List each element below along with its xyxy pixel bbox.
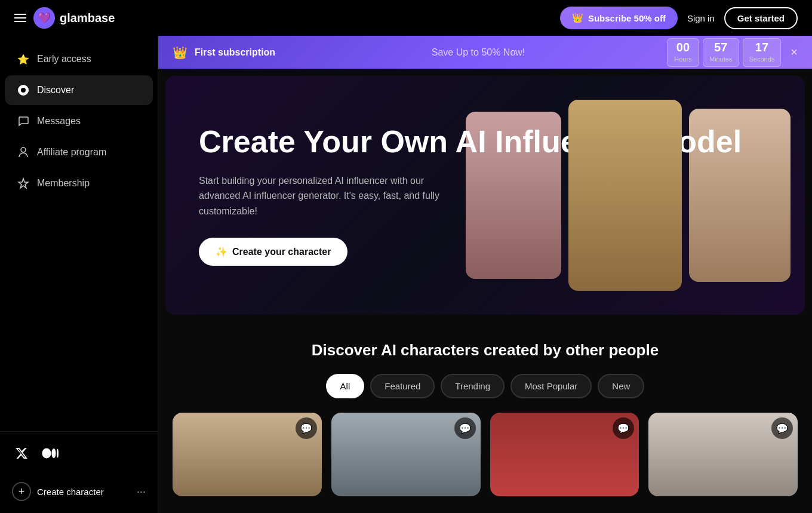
sidebar-item-early-access-label: Early access <box>37 54 91 64</box>
logo-text: glambase <box>60 11 115 25</box>
create-character-button[interactable]: ✨ Create your character <box>199 238 347 266</box>
filter-tab-trending[interactable]: Trending <box>441 374 505 398</box>
hero-image-2 <box>568 100 682 291</box>
sidebar-item-affiliate[interactable]: Affiliate program <box>5 137 153 167</box>
discover-section: Discover AI characters created by other … <box>158 322 812 506</box>
svg-point-4 <box>52 449 56 458</box>
twitter-icon[interactable] <box>12 444 31 463</box>
messages-icon <box>17 115 30 128</box>
topnav: 💜 glambase 👑 Subscribe 50% off Sign in G… <box>0 0 812 36</box>
promo-banner: 👑 First subscription Save Up to 50% Now!… <box>158 36 812 69</box>
sidebar-item-messages[interactable]: Messages <box>5 106 153 136</box>
sign-in-button[interactable]: Sign in <box>687 13 715 23</box>
svg-point-3 <box>42 449 51 459</box>
hero-subtitle: Start building your personalized AI infl… <box>199 173 450 219</box>
banner-close-button[interactable]: × <box>791 45 798 59</box>
sidebar-item-discover-label: Discover <box>37 85 74 96</box>
subscribe-button[interactable]: 👑 Subscribe 50% off <box>560 7 678 29</box>
create-character-bar: + Create character ··· <box>12 477 146 506</box>
timer-hours-label: Hours <box>674 56 691 63</box>
create-character-label: Create character <box>37 487 104 497</box>
sparkle-icon: ✨ <box>216 246 227 257</box>
logo-icon: 💜 <box>33 7 55 29</box>
star-icon: ⭐ <box>17 53 30 66</box>
card-chat-badge-3[interactable]: 💬 <box>613 417 634 439</box>
subscribe-crown-icon: 👑 <box>572 13 583 23</box>
filter-tab-featured[interactable]: Featured <box>370 374 435 398</box>
character-card-3[interactable]: 💬 <box>490 413 639 496</box>
card-chat-badge-1[interactable]: 💬 <box>296 417 317 439</box>
timer-seconds: 17 Seconds <box>743 38 782 67</box>
sidebar-nav: ⭐ Early access Discover Mes <box>0 36 158 431</box>
create-plus-button[interactable]: + <box>12 482 31 501</box>
filter-tab-new[interactable]: New <box>598 374 644 398</box>
timer-group: 00 Hours 57 Minutes 17 Seconds <box>667 38 781 67</box>
sidebar-item-affiliate-label: Affiliate program <box>37 147 106 158</box>
discover-icon <box>17 84 30 97</box>
medium-icon[interactable] <box>41 444 60 463</box>
hero-section: Create Your Own AI Influencer Model Star… <box>165 76 805 315</box>
more-options-icon[interactable]: ··· <box>137 486 146 498</box>
timer-seconds-label: Seconds <box>749 56 775 63</box>
sidebar-item-membership-label: Membership <box>37 178 90 189</box>
banner-subtitle: Save Up to 50% Now! <box>290 47 667 58</box>
social-icons <box>12 439 146 468</box>
banner-title: First subscription <box>195 47 275 58</box>
svg-point-2 <box>21 148 26 152</box>
main-layout: ⭐ Early access Discover Mes <box>0 36 812 513</box>
hamburger-menu[interactable] <box>14 14 26 22</box>
topnav-left: 💜 glambase <box>14 7 560 29</box>
logo: 💜 glambase <box>33 7 115 29</box>
sidebar-item-messages-label: Messages <box>37 116 81 127</box>
get-started-button[interactable]: Get started <box>724 7 798 29</box>
banner-crown-icon: 👑 <box>173 45 187 60</box>
create-character-btn-label: Create your character <box>232 247 331 257</box>
timer-hours: 00 Hours <box>667 38 699 67</box>
cards-grid: 💬 💬 💬 💬 <box>173 413 798 496</box>
hero-content: Create Your Own AI Influencer Model Star… <box>199 125 771 266</box>
discover-title: Discover AI characters created by other … <box>173 341 798 360</box>
membership-icon <box>17 177 30 190</box>
hero-title: Create Your Own AI Influencer Model <box>199 125 771 159</box>
card-chat-badge-4[interactable]: 💬 <box>771 417 793 439</box>
timer-hours-value: 00 <box>673 41 693 53</box>
subscribe-label: Subscribe 50% off <box>588 13 666 23</box>
sidebar: ⭐ Early access Discover Mes <box>0 36 158 513</box>
sidebar-item-discover[interactable]: Discover <box>5 75 153 105</box>
filter-tabs: All Featured Trending Most Popular New <box>173 374 798 398</box>
affiliate-icon <box>17 146 30 159</box>
sidebar-item-membership[interactable]: Membership <box>5 168 153 198</box>
character-card-4[interactable]: 💬 <box>648 413 798 496</box>
timer-minutes-label: Minutes <box>709 56 733 63</box>
filter-tab-all[interactable]: All <box>326 374 365 398</box>
timer-seconds-value: 17 <box>749 41 775 53</box>
timer-minutes-value: 57 <box>709 41 733 53</box>
topnav-right: 👑 Subscribe 50% off Sign in Get started <box>560 7 798 29</box>
card-chat-badge-2[interactable]: 💬 <box>454 417 476 439</box>
filter-tab-most-popular[interactable]: Most Popular <box>510 374 592 398</box>
character-card-1[interactable]: 💬 <box>173 413 322 496</box>
content-area: 👑 First subscription Save Up to 50% Now!… <box>158 36 812 513</box>
timer-minutes: 57 Minutes <box>703 38 739 67</box>
svg-point-5 <box>57 449 59 458</box>
character-card-2[interactable]: 💬 <box>331 413 481 496</box>
sidebar-item-early-access[interactable]: ⭐ Early access <box>5 44 153 74</box>
sidebar-bottom: + Create character ··· <box>0 431 158 513</box>
svg-point-1 <box>21 88 26 93</box>
